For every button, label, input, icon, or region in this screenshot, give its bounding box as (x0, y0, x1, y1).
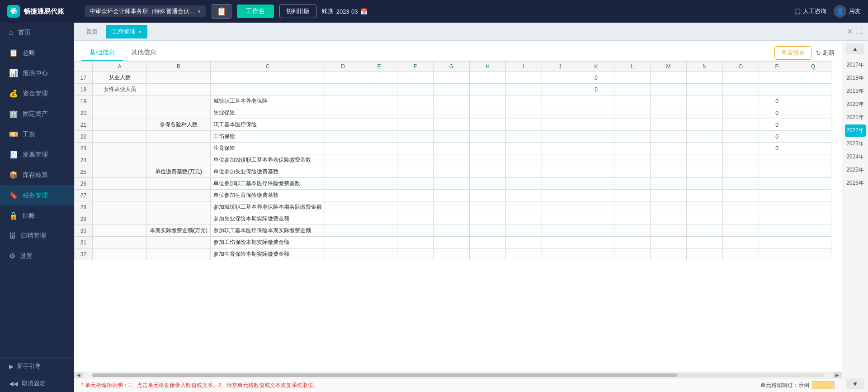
cell-g-32[interactable] (434, 249, 470, 260)
cell-d-26[interactable] (325, 178, 361, 190)
cell-f-32[interactable] (397, 249, 434, 260)
cell-h-21[interactable] (470, 119, 506, 131)
cell-f-24[interactable] (397, 154, 434, 166)
cell-c-29[interactable]: 参加失业保险本期实际缴费金额 (211, 213, 325, 225)
cell-j-31[interactable] (542, 237, 578, 249)
cell-g-20[interactable] (434, 107, 470, 119)
cell-m-27[interactable] (651, 190, 687, 201)
cell-i-22[interactable] (506, 131, 542, 143)
cell-e-26[interactable] (361, 178, 397, 190)
cell-p-20[interactable]: 0 (759, 107, 795, 119)
cell-d-28[interactable] (325, 201, 361, 213)
horizontal-scrollbar[interactable]: ◀ ▶ (74, 372, 842, 378)
cell-d-24[interactable] (325, 154, 361, 166)
cell-l-28[interactable] (614, 201, 651, 213)
cell-d-17[interactable] (325, 72, 361, 84)
sidebar-item-inventory[interactable]: 📦库存核算 (0, 165, 74, 185)
year-item-2020[interactable]: 2020年 (845, 98, 866, 110)
cell-k-19[interactable] (578, 96, 614, 107)
cell-f-23[interactable] (397, 143, 434, 154)
sidebar-item-ledger[interactable]: 📋总账 (0, 43, 74, 63)
cell-l-18[interactable] (614, 84, 651, 96)
cell-h-24[interactable] (470, 154, 506, 166)
cell-c-23[interactable]: 生育保险 (211, 143, 325, 154)
cell-a-27[interactable] (93, 190, 147, 201)
cell-n-26[interactable] (687, 178, 723, 190)
cell-n-32[interactable] (687, 249, 723, 260)
cell-b-25[interactable]: 单位缴费基数(万元) (147, 166, 211, 178)
cell-m-32[interactable] (651, 249, 687, 260)
cell-k-30[interactable] (578, 225, 614, 237)
cell-m-26[interactable] (651, 178, 687, 190)
refresh-button[interactable]: ↻ 刷新 (816, 49, 835, 57)
cell-i-19[interactable] (506, 96, 542, 107)
cell-q-23[interactable] (795, 143, 831, 154)
cell-f-27[interactable] (397, 190, 434, 201)
cell-l-30[interactable] (614, 225, 651, 237)
cell-q-32[interactable] (795, 249, 831, 260)
cell-b-22[interactable] (147, 131, 211, 143)
cell-l-27[interactable] (614, 190, 651, 201)
sub-tab-other[interactable]: 其他信息 (123, 45, 165, 61)
cell-h-30[interactable] (470, 225, 506, 237)
cell-c-32[interactable]: 参加生育保险本期实际缴费金额 (211, 249, 325, 260)
cell-p-21[interactable]: 0 (759, 119, 795, 131)
cell-k-31[interactable] (578, 237, 614, 249)
year-item-2024[interactable]: 2024年 (845, 151, 866, 163)
year-item-2026[interactable]: 2026年 (845, 177, 866, 189)
cell-n-24[interactable] (687, 154, 723, 166)
cell-b-20[interactable] (147, 107, 211, 119)
window-close-icon[interactable]: ✕ (847, 27, 853, 36)
cell-g-29[interactable] (434, 213, 470, 225)
cell-i-26[interactable] (506, 178, 542, 190)
cell-l-22[interactable] (614, 131, 651, 143)
year-item-2018[interactable]: 2018年 (845, 72, 866, 84)
cell-q-17[interactable] (795, 72, 831, 84)
cell-o-19[interactable] (723, 96, 759, 107)
cell-f-18[interactable] (397, 84, 434, 96)
cell-c-27[interactable]: 单位参加生育保险缴费基数 (211, 190, 325, 201)
cell-m-25[interactable] (651, 166, 687, 178)
cell-k-29[interactable] (578, 213, 614, 225)
cell-p-25[interactable] (759, 166, 795, 178)
cell-h-32[interactable] (470, 249, 506, 260)
cell-c-21[interactable]: 职工基本医疗保险 (211, 119, 325, 131)
cell-p-26[interactable] (759, 178, 795, 190)
year-nav-down[interactable]: ▼ (846, 378, 864, 389)
cell-o-28[interactable] (723, 201, 759, 213)
cell-m-28[interactable] (651, 201, 687, 213)
cell-i-17[interactable] (506, 72, 542, 84)
cell-p-23[interactable]: 0 (759, 143, 795, 154)
cell-j-28[interactable] (542, 201, 578, 213)
year-item-2021[interactable]: 2021年 (845, 111, 866, 124)
cell-h-20[interactable] (470, 107, 506, 119)
cell-n-17[interactable] (687, 72, 723, 84)
cell-m-22[interactable] (651, 131, 687, 143)
cell-j-22[interactable] (542, 131, 578, 143)
cell-i-25[interactable] (506, 166, 542, 178)
cell-a-17[interactable]: 从业人数 (93, 72, 147, 84)
user-area[interactable]: 👤 用友 (834, 5, 861, 18)
copy-button[interactable]: 📋 (212, 4, 231, 19)
cell-i-23[interactable] (506, 143, 542, 154)
cell-b-27[interactable] (147, 190, 211, 201)
cell-d-25[interactable] (325, 166, 361, 178)
cell-c-26[interactable]: 单位参加职工基本医疗保险缴费基数 (211, 178, 325, 190)
cell-e-19[interactable] (361, 96, 397, 107)
cell-f-20[interactable] (397, 107, 434, 119)
sidebar-item-close[interactable]: 🔒结账 (0, 206, 74, 226)
cell-j-17[interactable] (542, 72, 578, 84)
cell-q-26[interactable] (795, 178, 831, 190)
cell-m-23[interactable] (651, 143, 687, 154)
cell-a-19[interactable] (93, 96, 147, 107)
cell-a-18[interactable]: 女性从业人员 (93, 84, 147, 96)
cell-n-19[interactable] (687, 96, 723, 107)
cell-j-18[interactable] (542, 84, 578, 96)
sidebar-item-tax[interactable]: 🔖税务管理 (0, 185, 74, 206)
cell-m-24[interactable] (651, 154, 687, 166)
cell-m-17[interactable] (651, 72, 687, 84)
cell-o-24[interactable] (723, 154, 759, 166)
cell-k-18[interactable]: 0 (578, 84, 614, 96)
cell-e-27[interactable] (361, 190, 397, 201)
cell-b-17[interactable] (147, 72, 211, 84)
